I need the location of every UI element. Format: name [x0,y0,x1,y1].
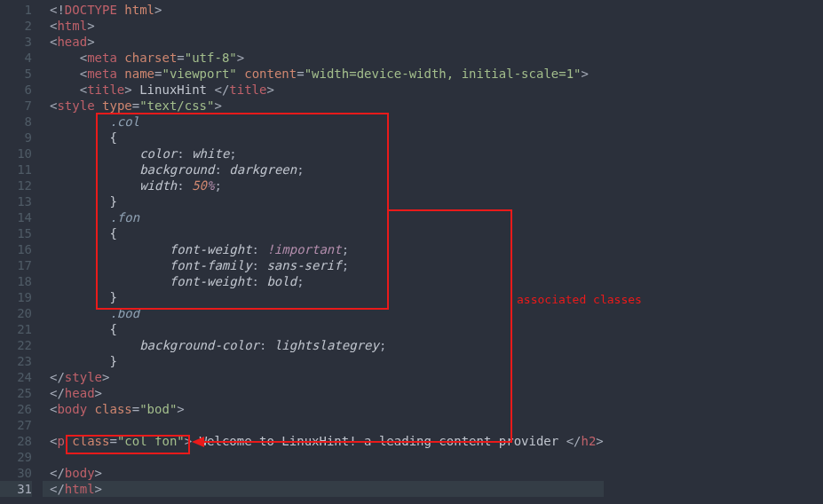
code-line[interactable]: color: white; [50,146,604,161]
line-number: 19 [0,289,32,305]
line-number: 18 [0,273,32,289]
code-line[interactable]: <style type="text/css"> [50,98,604,114]
code-line[interactable]: { [50,321,604,337]
code-line[interactable]: <!DOCTYPE html> [50,2,604,18]
line-number: 11 [0,161,32,177]
line-number: 8 [0,114,32,130]
code-line[interactable]: .fon [50,209,604,225]
code-line[interactable]: .bod [50,305,604,321]
code-line[interactable]: { [50,225,604,241]
code-line[interactable]: font-weight: bold; [50,273,604,289]
line-number: 3 [0,34,32,50]
code-line[interactable]: font-family: sans-serif; [50,257,604,273]
line-number: 30 [0,465,32,481]
line-number: 21 [0,321,32,337]
line-number: 31 [0,481,32,497]
code-editor[interactable]: 1234567891011121314151617181920212223242… [0,0,823,504]
line-number: 9 [0,130,32,146]
line-number: 27 [0,417,32,433]
code-line[interactable]: </style> [50,369,604,385]
code-line[interactable]: </head> [50,385,604,401]
line-number: 24 [0,369,32,385]
code-line[interactable]: } [50,193,604,209]
line-number: 1 [0,2,32,18]
code-line[interactable]: <html> [50,18,604,34]
code-line[interactable]: </html> [43,481,604,497]
code-line[interactable] [50,449,604,465]
line-number: 26 [0,401,32,417]
code-line[interactable]: width: 50%; [50,177,604,193]
line-number: 15 [0,225,32,241]
code-line[interactable]: font-weight: !important; [50,241,604,257]
line-number: 12 [0,177,32,193]
line-number: 2 [0,18,32,34]
line-number: 7 [0,98,32,114]
code-line[interactable]: </body> [50,465,604,481]
code-line[interactable]: <meta name="viewport" content="width=dev… [50,66,604,82]
code-line[interactable]: } [50,353,604,369]
code-line[interactable]: <p class="col fon"> Welcome to LinuxHint… [50,433,604,449]
line-number: 25 [0,385,32,401]
code-area[interactable]: <!DOCTYPE html><html><head> <meta charse… [43,0,604,504]
code-line[interactable]: <title> LinuxHint </title> [50,82,604,98]
line-number: 23 [0,353,32,369]
line-number: 6 [0,82,32,98]
line-number: 20 [0,305,32,321]
line-number: 22 [0,337,32,353]
line-number: 10 [0,146,32,161]
line-number: 4 [0,50,32,66]
line-number: 5 [0,66,32,82]
line-number-gutter: 1234567891011121314151617181920212223242… [0,0,43,504]
code-line[interactable]: <body class="bod"> [50,401,604,417]
line-number: 14 [0,209,32,225]
code-line[interactable]: background-color: lightslategrey; [50,337,604,353]
line-number: 17 [0,257,32,273]
code-line[interactable]: <meta charset="utf-8"> [50,50,604,66]
line-number: 16 [0,241,32,257]
line-number: 28 [0,433,32,449]
code-line[interactable]: .col [50,114,604,130]
code-line[interactable]: <head> [50,34,604,50]
code-line[interactable]: } [50,289,604,305]
code-line[interactable] [50,417,604,433]
line-number: 29 [0,449,32,465]
code-line[interactable]: background: darkgreen; [50,161,604,177]
code-line[interactable]: { [50,130,604,146]
line-number: 13 [0,193,32,209]
